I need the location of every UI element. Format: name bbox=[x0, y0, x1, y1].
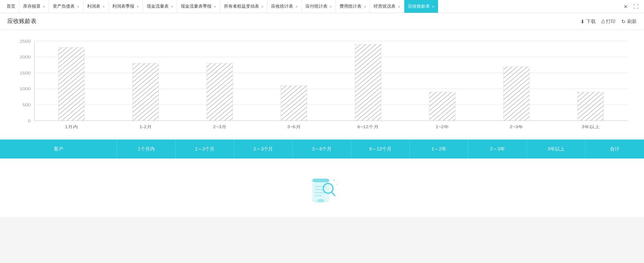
tab-close-7[interactable]: × bbox=[261, 4, 263, 9]
tab-close-6[interactable]: × bbox=[214, 4, 216, 9]
th-cell-7: 2～3年 bbox=[468, 140, 527, 159]
svg-text:2000: 2000 bbox=[20, 55, 31, 60]
tab-item-4[interactable]: 利润表季报× bbox=[109, 0, 143, 13]
svg-rect-33 bbox=[312, 179, 329, 182]
refresh-icon: ↻ bbox=[621, 19, 626, 24]
svg-text:1500: 1500 bbox=[20, 71, 31, 76]
tab-close-5[interactable]: × bbox=[171, 4, 173, 9]
svg-text:2~3月: 2~3月 bbox=[213, 125, 226, 129]
tab-label-10: 费用统计表 bbox=[340, 3, 362, 9]
svg-text:2500: 2500 bbox=[20, 39, 31, 43]
tab-close-11[interactable]: × bbox=[398, 4, 400, 9]
table-header: 客户1个月内1～2个月2～3个月3～6个月6～12个月1～2年2～3年3年以上合… bbox=[0, 140, 644, 159]
tab-label-0: 首页 bbox=[7, 3, 15, 9]
refresh-button[interactable]: ↻ 刷新 bbox=[621, 18, 637, 25]
tab-label-11: 经营状况表 bbox=[374, 3, 396, 9]
svg-rect-17 bbox=[207, 63, 233, 121]
tab-label-4: 利润表季报 bbox=[112, 3, 134, 9]
th-cell-3: 2～3个月 bbox=[234, 140, 293, 159]
svg-text:500: 500 bbox=[22, 103, 31, 107]
svg-text:6~12个月: 6~12个月 bbox=[357, 125, 379, 129]
tab-item-5[interactable]: 现金流量表× bbox=[143, 0, 177, 13]
tab-label-3: 利润表 bbox=[87, 3, 100, 9]
tab-close-12[interactable]: × bbox=[432, 4, 434, 9]
tab-close-9[interactable]: × bbox=[330, 4, 332, 9]
svg-text:3~6月: 3~6月 bbox=[287, 125, 301, 129]
svg-rect-37 bbox=[315, 195, 322, 196]
tab-item-12[interactable]: 应收账龄表× bbox=[404, 0, 438, 13]
tab-item-3[interactable]: 利润表× bbox=[83, 0, 109, 13]
tab-close-10[interactable]: × bbox=[364, 4, 366, 9]
refresh-label: 刷新 bbox=[627, 18, 637, 25]
tab-item-7[interactable]: 所有者权益变动表× bbox=[220, 0, 267, 13]
tab-label-2: 资产负债表 bbox=[53, 3, 75, 9]
svg-rect-27 bbox=[578, 92, 604, 121]
svg-rect-21 bbox=[355, 44, 381, 121]
download-button[interactable]: ⬇ 下载 bbox=[580, 18, 596, 25]
tab-label-9: 应付统计表 bbox=[306, 3, 327, 9]
svg-line-40 bbox=[332, 192, 335, 196]
tab-label-1: 库存核算 bbox=[23, 3, 41, 9]
header-actions: ⬇ 下载 ⎙ 打印 ↻ 刷新 bbox=[580, 18, 637, 25]
svg-text:1~2年: 1~2年 bbox=[435, 125, 449, 129]
svg-text:1000: 1000 bbox=[20, 87, 31, 91]
tab-label-12: 应收账龄表 bbox=[408, 3, 430, 9]
tab-item-0[interactable]: 首页 bbox=[3, 0, 19, 13]
th-cell-2: 1～2个月 bbox=[176, 140, 234, 159]
chart-container: 050010001500200025001月内1-2月2~3月3~6月6~12个… bbox=[0, 30, 644, 140]
th-cell-0: 客户 bbox=[0, 140, 117, 159]
print-label: 打印 bbox=[606, 18, 615, 25]
svg-text:3年以上: 3年以上 bbox=[581, 125, 600, 129]
svg-rect-23 bbox=[429, 92, 455, 121]
th-cell-1: 1个月内 bbox=[117, 140, 176, 159]
tab-close-1[interactable]: × bbox=[43, 4, 45, 9]
svg-text:1-2月: 1-2月 bbox=[139, 125, 152, 129]
maximize-window-button[interactable]: ⛶ bbox=[632, 3, 640, 10]
tab-bar: 首页库存核算×资产负债表×利润表×利润表季报×现金流量表×现金流量表季报×所有者… bbox=[0, 0, 644, 13]
svg-rect-36 bbox=[315, 192, 326, 193]
page-header: 应收账龄表 ⬇ 下载 ⎙ 打印 ↻ 刷新 bbox=[0, 13, 644, 30]
tab-close-4[interactable]: × bbox=[136, 4, 139, 9]
print-button[interactable]: ⎙ 打印 bbox=[602, 18, 615, 25]
th-cell-4: 3～6个月 bbox=[293, 140, 351, 159]
svg-rect-34 bbox=[315, 186, 327, 187]
tab-item-8[interactable]: 应收统计表× bbox=[267, 0, 302, 13]
tab-item-10[interactable]: 费用统计表× bbox=[336, 0, 370, 13]
svg-rect-15 bbox=[132, 63, 158, 121]
page-title: 应收账龄表 bbox=[7, 18, 37, 25]
close-window-button[interactable]: ✕ bbox=[622, 3, 629, 10]
empty-state-icon: ✦ ✦ bbox=[304, 169, 340, 206]
tab-label-5: 现金流量表 bbox=[147, 3, 169, 9]
tab-item-1[interactable]: 库存核算× bbox=[19, 0, 49, 13]
svg-text:✦: ✦ bbox=[333, 178, 335, 182]
window-controls: ✕ ⛶ bbox=[622, 3, 641, 10]
print-icon: ⎙ bbox=[602, 19, 604, 24]
th-cell-8: 3年以上 bbox=[527, 140, 585, 159]
th-cell-9: 合计 bbox=[585, 140, 644, 159]
th-cell-5: 6～12个月 bbox=[351, 140, 410, 159]
svg-rect-19 bbox=[281, 86, 307, 121]
bar-chart-svg: 050010001500200025001月内1-2月2~3月3~6月6~12个… bbox=[7, 37, 637, 136]
svg-rect-13 bbox=[59, 47, 85, 121]
svg-rect-25 bbox=[503, 66, 529, 121]
download-label: 下载 bbox=[586, 18, 596, 25]
content-area: 050010001500200025001月内1-2月2~3月3~6月6~12个… bbox=[0, 30, 644, 217]
svg-text:✦: ✦ bbox=[336, 183, 338, 186]
tab-item-11[interactable]: 经营状况表× bbox=[370, 0, 404, 13]
tab-close-2[interactable]: × bbox=[77, 4, 79, 9]
tab-close-8[interactable]: × bbox=[295, 4, 297, 9]
empty-state: ✦ ✦ bbox=[0, 159, 644, 217]
svg-point-39 bbox=[325, 185, 331, 191]
tab-item-9[interactable]: 应付统计表× bbox=[302, 0, 336, 13]
th-cell-6: 1～2年 bbox=[410, 140, 468, 159]
tab-label-6: 现金流量表季报 bbox=[181, 3, 211, 9]
svg-text:0: 0 bbox=[28, 119, 31, 123]
tab-item-2[interactable]: 资产负债表× bbox=[49, 0, 83, 13]
tab-close-3[interactable]: × bbox=[102, 4, 105, 9]
tab-label-7: 所有者权益变动表 bbox=[224, 3, 259, 9]
svg-point-41 bbox=[317, 199, 325, 202]
svg-text:2~3年: 2~3年 bbox=[510, 125, 523, 129]
tab-item-6[interactable]: 现金流量表季报× bbox=[177, 0, 220, 13]
download-icon: ⬇ bbox=[580, 19, 585, 24]
tab-label-8: 应收统计表 bbox=[271, 3, 293, 9]
